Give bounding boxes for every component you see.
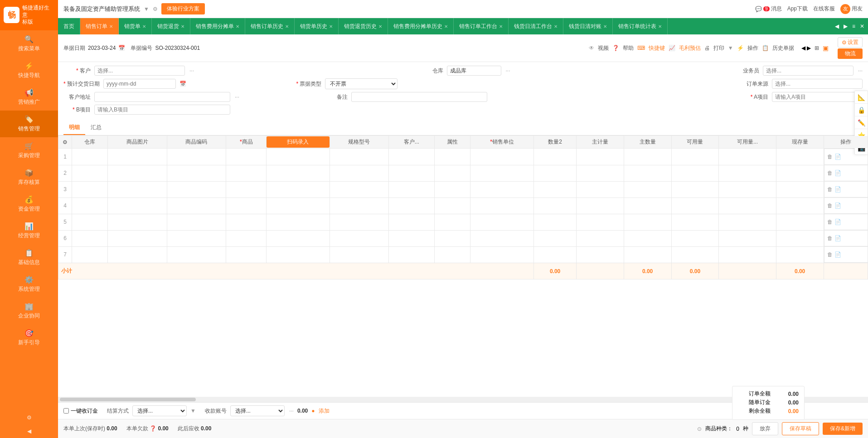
copy-row-icon[interactable]: 📄	[834, 154, 841, 160]
horizontal-scrollbar[interactable]	[60, 398, 196, 401]
delete-row-icon[interactable]: 🗑	[827, 186, 833, 193]
operation-label[interactable]: 操作	[747, 44, 758, 52]
shortcut-label[interactable]: 快捷键	[649, 44, 665, 52]
add-btn[interactable]: 添加	[319, 407, 330, 415]
tab-sales-refund[interactable]: 销货退货 ✕	[152, 18, 190, 34]
tab-close-icon[interactable]: ✕	[658, 24, 662, 29]
user-avatar[interactable]: 友 用友	[840, 4, 863, 14]
app-download-btn[interactable]: App下载	[787, 5, 808, 13]
sidebar-item-purchase[interactable]: 🛒 采购管理	[0, 137, 58, 164]
table-view-icon[interactable]: ⊞	[815, 45, 819, 51]
tab-close-icon[interactable]: ✕	[554, 24, 558, 29]
right-icon-ruler[interactable]: 📐	[855, 91, 868, 104]
row-sales-unit[interactable]	[470, 149, 534, 165]
row-product-code[interactable]	[167, 149, 226, 165]
calendar-icon[interactable]: 📅	[118, 45, 125, 51]
a-project-input[interactable]	[772, 92, 863, 102]
col-scan[interactable]: 扫码录入	[267, 136, 330, 149]
discard-btn[interactable]: 放弃	[752, 422, 778, 435]
history-label[interactable]: 历史单据	[772, 44, 794, 52]
sidebar-item-inventory[interactable]: 📦 库存核算	[0, 164, 58, 191]
tab-cash-daily-workbench[interactable]: 钱货日清工作台 ✕	[509, 18, 563, 34]
warehouse-input[interactable]	[447, 66, 501, 76]
tab-close-icon[interactable]: ✕	[499, 24, 503, 29]
remark-input[interactable]	[351, 92, 487, 102]
sidebar-collapse-btn[interactable]: ◀	[0, 424, 58, 438]
save-draft-btn[interactable]: 保存草稿	[782, 422, 819, 435]
customer-input[interactable]	[94, 66, 185, 76]
tab-sales-order[interactable]: 销售订单 ✕	[80, 18, 119, 34]
tab-sales-fee-split[interactable]: 销售费用分摊单 ✕	[190, 18, 245, 34]
delete-row-icon[interactable]: 🗑	[827, 202, 833, 209]
col-settings[interactable]: ⚙	[58, 136, 72, 149]
tab-close-icon[interactable]: ✕	[329, 24, 333, 29]
sidebar-item-quicknav[interactable]: ⚡ 快捷导航	[0, 57, 58, 84]
add-logistics-btn[interactable]: 物流	[838, 48, 863, 59]
tab-close-icon[interactable]: ✕	[142, 24, 146, 29]
delete-row-icon[interactable]: 🗑	[827, 251, 833, 258]
salesperson-ellipsis[interactable]: ···	[858, 67, 863, 74]
settings-panel-btn[interactable]: ⚙ 设置	[838, 37, 863, 48]
tab-summary[interactable]: 汇总	[85, 121, 107, 135]
sidebar-item-guide[interactable]: 🎯 新手引导	[0, 324, 58, 351]
tab-sales-order-workbench[interactable]: 销售订单工作台 ✕	[454, 18, 509, 34]
solution-btn[interactable]: 体验行业方案	[161, 3, 205, 14]
copy-row-icon[interactable]: 📄	[834, 251, 841, 258]
row-warehouse[interactable]	[72, 149, 108, 165]
delete-row-icon[interactable]: 🗑	[827, 170, 833, 176]
account-select[interactable]: 选择...	[230, 405, 285, 416]
tab-sales-stats[interactable]: 销售订单统计表 ✕	[613, 18, 668, 34]
row-qty2[interactable]	[534, 149, 576, 165]
salesperson-input[interactable]	[763, 66, 853, 76]
copy-row-icon[interactable]: 📄	[834, 170, 841, 176]
tab-sales-fee-history[interactable]: 销售费用分摊单历史 ✕	[388, 18, 454, 34]
tab-sales-return[interactable]: 销货单 ✕	[119, 18, 152, 34]
copy-row-icon[interactable]: 📄	[834, 235, 841, 241]
sidebar-item-enterprise[interactable]: 🏢 企业协同	[0, 298, 58, 324]
form-view-icon[interactable]: ▣	[823, 44, 829, 52]
tab-close-icon[interactable]: ✕	[603, 24, 607, 29]
tab-close-icon[interactable]: ✕	[236, 24, 239, 29]
sidebar-item-basic[interactable]: 📋 基础信息	[0, 244, 58, 271]
right-icon-edit[interactable]: ✏️	[855, 116, 868, 129]
sidebar-item-search[interactable]: 🔍 搜索菜单	[0, 30, 58, 57]
tab-sales-return-history[interactable]: 销货单历史 ✕	[295, 18, 339, 34]
delete-row-icon[interactable]: 🗑	[827, 235, 833, 241]
nav-prev-icon[interactable]: ◀	[833, 22, 841, 30]
tab-cash-reconcile[interactable]: 钱货日清对账 ✕	[563, 18, 613, 34]
b-project-input[interactable]	[94, 105, 230, 115]
customer-ellipsis[interactable]: ···	[189, 67, 194, 74]
sidebar-item-system[interactable]: ⚙️ 系统管理	[0, 271, 58, 298]
settlement-select[interactable]: 选择...	[132, 405, 187, 416]
help-label[interactable]: 帮助	[623, 44, 634, 52]
tab-close-icon[interactable]: ✕	[109, 24, 113, 29]
tab-detail[interactable]: 明细	[63, 121, 85, 135]
row-main-qty[interactable]	[624, 149, 671, 165]
delivery-date-input[interactable]	[103, 79, 176, 89]
one-click-confirm-checkbox[interactable]: 一键收订金	[63, 407, 98, 415]
tab-sales-refund-history[interactable]: 销货退货历史 ✕	[339, 18, 388, 34]
tab-close-icon[interactable]: ✕	[378, 24, 382, 29]
sidebar-item-operations[interactable]: 📊 经营管理	[0, 217, 58, 244]
customer-address-input[interactable]	[94, 92, 230, 102]
order-source-input[interactable]	[772, 79, 863, 89]
delete-row-icon[interactable]: 🗑	[827, 219, 833, 225]
calendar-icon-2[interactable]: 📅	[179, 81, 186, 87]
message-btn[interactable]: 💬 9 消息	[755, 5, 782, 13]
one-click-confirm-check[interactable]	[63, 408, 69, 414]
row-spec[interactable]	[330, 149, 389, 165]
nav-list-icon[interactable]: ≡	[850, 22, 857, 30]
nav-close-all-icon[interactable]: ✕	[858, 22, 866, 30]
sidebar-item-finance[interactable]: 💰 资金管理	[0, 191, 58, 217]
copy-row-icon[interactable]: 📄	[834, 186, 841, 193]
tab-sales-order-history[interactable]: 销售订单历史 ✕	[245, 18, 295, 34]
delete-row-icon[interactable]: 🗑	[827, 154, 833, 160]
print-label[interactable]: 打印	[713, 44, 724, 52]
copy-row-icon[interactable]: 📄	[834, 219, 841, 225]
row-attr[interactable]	[434, 149, 470, 165]
warehouse-ellipsis[interactable]: ···	[506, 67, 510, 74]
save-new-btn[interactable]: 保存&新增	[823, 423, 863, 435]
invoice-type-select[interactable]: 不开票	[325, 78, 398, 89]
tab-close-icon[interactable]: ✕	[285, 24, 289, 29]
nav-next-icon[interactable]: ▶	[842, 22, 849, 30]
